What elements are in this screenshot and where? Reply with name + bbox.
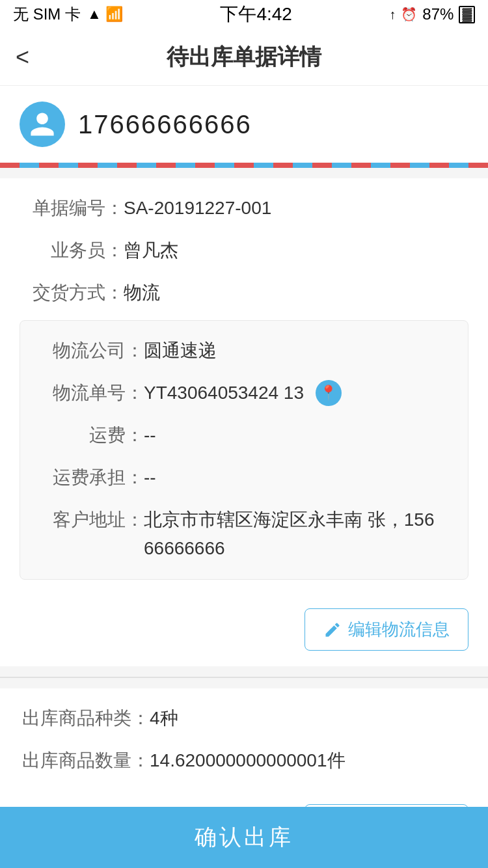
logistics-section: 物流公司： 圆通速递 物流单号： YT43064053424 13 运费： --… [20, 320, 468, 580]
delivery-row: 交货方式： 物流 [20, 278, 468, 308]
goods-qty-value: 14.620000000000001件 [150, 746, 468, 776]
doc-number-row: 单据编号： SA-20191227-001 [20, 194, 468, 223]
salesperson-row: 业务员： 曾凡杰 [20, 236, 468, 265]
goods-type-label: 出库商品种类： [20, 704, 150, 733]
location-pin-icon[interactable] [316, 380, 342, 406]
address-label: 客户地址： [40, 506, 144, 535]
goods-type-value: 4种 [150, 704, 468, 733]
status-right: ↑ ⏰ 87% ▓ [389, 5, 475, 23]
salesperson-value: 曾凡杰 [124, 236, 468, 265]
goods-type-row: 出库商品种类： 4种 [20, 704, 468, 733]
goods-section: 出库商品种类： 4种 出库商品数量： 14.620000000000001件 [0, 688, 488, 791]
goods-qty-row: 出库商品数量： 14.620000000000001件 [20, 746, 468, 776]
freight-bearer-label: 运费承担： [40, 463, 144, 493]
logistics-tracking-label: 物流单号： [40, 379, 144, 408]
edit-icon [323, 621, 342, 639]
back-button[interactable]: < [16, 44, 29, 71]
confirm-area: 确认出库 [0, 807, 488, 868]
dashed-divider [0, 163, 488, 168]
freight-row: 运费： -- [40, 421, 448, 450]
basic-info-section: 单据编号： SA-20191227-001 业务员： 曾凡杰 交货方式： 物流 … [0, 178, 488, 595]
edit-logistics-button[interactable]: 编辑物流信息 [305, 608, 468, 651]
time-display: 下午4:42 [220, 2, 292, 27]
freight-label: 运费： [40, 421, 144, 450]
address-value: 北京市市辖区海淀区永丰南 张，156 66666666 [144, 506, 448, 564]
user-icon [28, 110, 57, 139]
doc-number-label: 单据编号： [20, 194, 124, 223]
freight-bearer-value: -- [144, 463, 448, 493]
battery-icon: ▓ [459, 6, 475, 23]
doc-number-value: SA-20191227-001 [124, 194, 468, 223]
delivery-label: 交货方式： [20, 278, 124, 308]
goods-qty-label: 出库商品数量： [20, 746, 150, 776]
user-phone: 17666666666 [78, 110, 252, 139]
freight-bearer-row: 运费承担： -- [40, 463, 448, 493]
alarm-icon: ⏰ [401, 7, 417, 22]
logistics-company-row: 物流公司： 圆通速递 [40, 336, 448, 366]
location-icon: ↑ [389, 7, 396, 22]
user-header: 17666666666 [0, 86, 488, 163]
nav-bar: < 待出库单据详情 [0, 29, 488, 86]
confirm-button[interactable]: 确认出库 [16, 822, 472, 852]
edit-logistics-area: 编辑物流信息 [0, 595, 488, 666]
page-title: 待出库单据详情 [167, 42, 321, 72]
logistics-tracking-row: 物流单号： YT43064053424 13 [40, 379, 448, 408]
logistics-tracking-value: YT43064053424 13 [144, 379, 448, 408]
status-left: 无 SIM 卡 ▲ 📶 [13, 4, 123, 25]
avatar [20, 102, 65, 147]
wifi-icon: ▲ 📶 [87, 6, 123, 23]
logistics-company-label: 物流公司： [40, 336, 144, 366]
delivery-value: 物流 [124, 278, 468, 308]
freight-value: -- [144, 421, 448, 450]
battery-label: 87% [422, 5, 454, 23]
salesperson-label: 业务员： [20, 236, 124, 265]
logistics-company-value: 圆通速递 [144, 336, 448, 366]
status-bar: 无 SIM 卡 ▲ 📶 下午4:42 ↑ ⏰ 87% ▓ [0, 0, 488, 29]
sim-label: 无 SIM 卡 [13, 4, 81, 25]
address-row: 客户地址： 北京市市辖区海淀区永丰南 张，156 66666666 [40, 506, 448, 564]
section-divider [0, 677, 488, 678]
